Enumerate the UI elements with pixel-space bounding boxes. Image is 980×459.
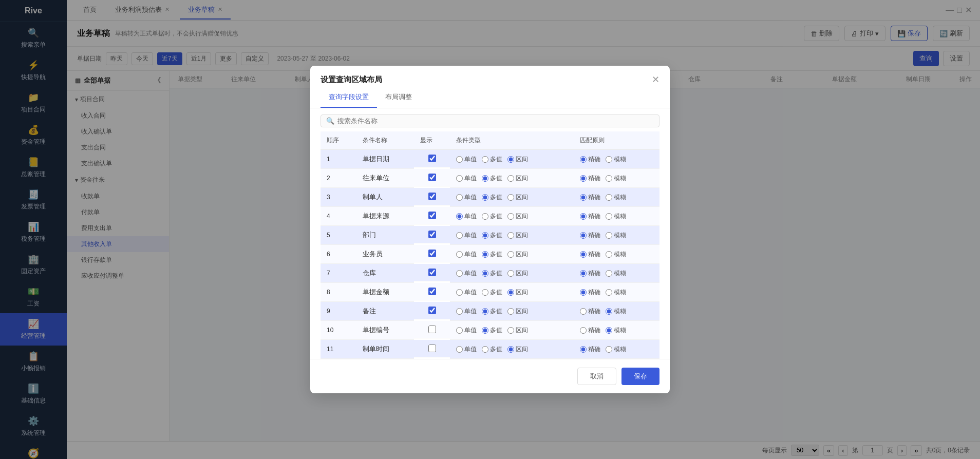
radio-match-fuzzy[interactable] (606, 194, 612, 201)
cell-condition-name: 单据金额 (356, 283, 413, 302)
radio-type-single[interactable] (456, 308, 463, 315)
modal-search-input[interactable] (337, 117, 440, 125)
radio-type-multi[interactable] (482, 232, 488, 239)
search-input-wrap: 🔍 (321, 114, 659, 127)
radio-match-fuzzy[interactable] (606, 156, 612, 163)
cell-match: 精确模糊 (574, 245, 659, 264)
radio-match-exact[interactable] (580, 289, 587, 296)
display-checkbox[interactable] (428, 212, 436, 219)
radio-type-multi[interactable] (482, 213, 488, 220)
radio-type-multi[interactable] (482, 251, 488, 258)
radio-type-range[interactable] (507, 327, 514, 334)
modal-tab-query-fields[interactable]: 查询字段设置 (321, 87, 377, 108)
radio-type-single[interactable] (456, 327, 463, 334)
modal-footer: 取消 保存 (310, 359, 670, 393)
table-row: 8单据金额单值多值区间精确模糊 (321, 283, 659, 302)
radio-match-exact[interactable] (580, 213, 587, 220)
radio-match-exact[interactable] (580, 251, 587, 258)
radio-type-single[interactable] (456, 270, 463, 277)
radio-type-single[interactable] (456, 232, 463, 239)
cell-match: 精确模糊 (574, 150, 659, 169)
display-checkbox[interactable] (428, 288, 436, 295)
cell-match: 精确模糊 (574, 264, 659, 283)
cell-display (414, 207, 450, 224)
radio-type-multi[interactable] (482, 175, 488, 182)
radio-type-single[interactable] (456, 175, 463, 182)
cancel-button[interactable]: 取消 (577, 368, 616, 385)
radio-match-exact[interactable] (580, 156, 587, 163)
cell-match: 精确模糊 (574, 302, 659, 321)
radio-match-fuzzy[interactable] (606, 289, 612, 296)
display-checkbox[interactable] (428, 193, 436, 200)
radio-match-exact[interactable] (580, 175, 587, 182)
radio-type-range[interactable] (507, 194, 514, 201)
radio-type-range[interactable] (507, 251, 514, 258)
radio-type-multi[interactable] (482, 308, 488, 315)
radio-type-range[interactable] (507, 289, 514, 296)
radio-type-multi[interactable] (482, 270, 488, 277)
radio-match-exact[interactable] (580, 194, 587, 201)
radio-match-exact[interactable] (580, 308, 587, 315)
display-checkbox[interactable] (428, 250, 436, 257)
radio-type-single[interactable] (456, 289, 463, 296)
cell-condition-name: 单据来源 (356, 207, 413, 226)
radio-type-single[interactable] (456, 346, 463, 353)
display-checkbox[interactable] (428, 231, 436, 238)
radio-match-exact[interactable] (580, 232, 587, 239)
radio-type-range[interactable] (507, 232, 514, 239)
radio-type-range[interactable] (507, 156, 514, 163)
radio-type-multi[interactable] (482, 346, 488, 353)
radio-match-fuzzy[interactable] (606, 232, 612, 239)
radio-type-single[interactable] (456, 251, 463, 258)
display-checkbox[interactable] (428, 307, 436, 314)
radio-type-range[interactable] (507, 213, 514, 220)
display-checkbox[interactable] (428, 345, 436, 352)
cell-order: 8 (321, 283, 356, 302)
radio-type-range[interactable] (507, 270, 514, 277)
radio-type-range[interactable] (507, 308, 514, 315)
modal-tab-layout[interactable]: 布局调整 (377, 87, 420, 108)
modal-dialog: 设置查询区域布局 ✕ 查询字段设置 布局调整 🔍 顺序 条件名称 显示 (310, 66, 670, 393)
radio-type-range[interactable] (507, 175, 514, 182)
radio-match-fuzzy[interactable] (606, 346, 612, 353)
radio-match-fuzzy[interactable] (606, 308, 612, 315)
display-checkbox[interactable] (428, 326, 436, 333)
modal-table-wrap: 顺序 条件名称 显示 条件类型 匹配原则 1单据日期单值多值区间精确模糊2往来单… (310, 131, 670, 359)
cell-order: 10 (321, 321, 356, 340)
radio-match-exact[interactable] (580, 327, 587, 334)
display-checkbox[interactable] (428, 155, 436, 162)
radio-match-fuzzy[interactable] (606, 270, 612, 277)
radio-type-single[interactable] (456, 213, 463, 220)
cell-display (414, 302, 450, 319)
table-row: 1单据日期单值多值区间精确模糊 (321, 150, 659, 169)
modal-title: 设置查询区域布局 (321, 75, 382, 85)
cell-order: 5 (321, 226, 356, 245)
modal-save-button[interactable]: 保存 (621, 368, 659, 385)
modal-tabs: 查询字段设置 布局调整 (310, 87, 670, 108)
radio-type-multi[interactable] (482, 289, 488, 296)
modal-header: 设置查询区域布局 ✕ (310, 66, 670, 85)
cell-type: 单值多值区间 (450, 302, 574, 321)
cell-type: 单值多值区间 (450, 340, 574, 359)
cell-order: 11 (321, 340, 356, 359)
cell-condition-name: 单据编号 (356, 321, 413, 340)
cell-type: 单值多值区间 (450, 283, 574, 302)
radio-match-fuzzy[interactable] (606, 213, 612, 220)
radio-type-single[interactable] (456, 156, 463, 163)
cell-order: 4 (321, 207, 356, 226)
radio-type-multi[interactable] (482, 327, 488, 334)
display-checkbox[interactable] (428, 174, 436, 181)
radio-type-multi[interactable] (482, 156, 488, 163)
radio-match-fuzzy[interactable] (606, 175, 612, 182)
radio-match-exact[interactable] (580, 270, 587, 277)
radio-type-single[interactable] (456, 194, 463, 201)
cell-condition-name: 往来单位 (356, 169, 413, 188)
radio-type-multi[interactable] (482, 194, 488, 201)
modal-close-button[interactable]: ✕ (652, 74, 659, 85)
radio-match-exact[interactable] (580, 346, 587, 353)
radio-type-range[interactable] (507, 346, 514, 353)
display-checkbox[interactable] (428, 269, 436, 276)
radio-match-fuzzy[interactable] (606, 327, 612, 334)
th-type: 条件类型 (450, 131, 574, 150)
radio-match-fuzzy[interactable] (606, 251, 612, 258)
